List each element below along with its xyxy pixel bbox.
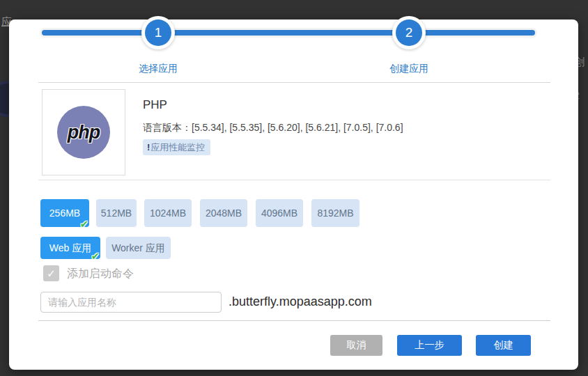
memory-option-label: 8192MB xyxy=(317,207,353,219)
previous-step-button[interactable]: 上一步 xyxy=(397,335,462,356)
divider xyxy=(38,320,550,321)
create-app-dialog: 1 2 选择应用 创建应用 php PHP 语言版本：[5.5.34], [5.… xyxy=(9,19,578,370)
type-option-web[interactable]: Web 应用 ✔ xyxy=(40,237,100,259)
stepper-step-2-number: 2 xyxy=(396,19,422,46)
divider xyxy=(38,82,550,83)
stepper-progress-bar xyxy=(42,30,535,36)
memory-option-label: 2048MB xyxy=(206,207,242,219)
create-button[interactable]: 创建 xyxy=(476,335,531,356)
stepper-step-2-label: 创建应用 xyxy=(367,63,451,75)
memory-option-256mb[interactable]: 256MB ✔ xyxy=(40,199,89,227)
app-language-versions: 语言版本：[5.5.34], [5.5.35], [5.6.20], [5.6.… xyxy=(143,122,403,134)
memory-option-label: 1024MB xyxy=(150,207,186,219)
memory-option-8192mb[interactable]: 8192MB xyxy=(311,199,359,227)
stepper-step-1-label: 选择应用 xyxy=(116,63,200,75)
domain-suffix-text: .butterfly.mopaasapp.com xyxy=(229,295,372,309)
php-logo-icon: php xyxy=(57,106,110,159)
type-option-label: Web 应用 xyxy=(49,242,91,253)
memory-option-2048mb[interactable]: 2048MB xyxy=(200,199,247,227)
stepper-step-1-number: 1 xyxy=(145,19,171,46)
type-option-label: Worker 应用 xyxy=(111,242,165,253)
php-logo-text: php xyxy=(68,122,100,143)
selected-check-icon: ✔ xyxy=(79,219,88,229)
memory-option-label: 4096MB xyxy=(261,207,297,219)
exclamation-icon: ! xyxy=(147,142,150,152)
selected-check-icon: ✔ xyxy=(91,251,100,261)
app-name-input[interactable] xyxy=(40,292,222,313)
divider xyxy=(38,180,550,180)
memory-option-label: 256MB xyxy=(49,207,80,219)
app-name-title: PHP xyxy=(143,98,167,112)
startup-command-checkbox[interactable]: ✓ xyxy=(43,265,59,281)
stepper-step-2[interactable]: 2 xyxy=(392,16,426,49)
memory-option-label: 512MB xyxy=(101,207,132,219)
memory-option-1024mb[interactable]: 1024MB xyxy=(144,199,192,227)
memory-option-512mb[interactable]: 512MB xyxy=(96,199,137,227)
stepper-step-1[interactable]: 1 xyxy=(141,16,175,49)
apm-badge[interactable]: !应用性能监控 xyxy=(143,139,210,155)
cancel-button[interactable]: 取消 xyxy=(330,335,382,356)
app-logo-box: php xyxy=(42,89,125,175)
memory-option-4096mb[interactable]: 4096MB xyxy=(256,199,303,227)
apm-badge-label: 应用性能监控 xyxy=(150,142,205,152)
startup-command-label: 添加启动命令 xyxy=(67,267,134,281)
type-option-worker[interactable]: Worker 应用 xyxy=(106,237,171,259)
